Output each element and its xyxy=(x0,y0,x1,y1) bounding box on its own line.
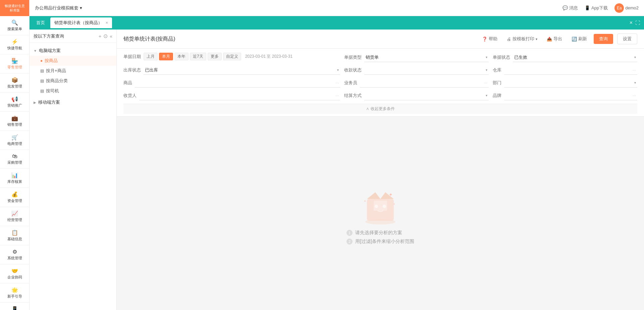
add-scheme-btn[interactable]: + xyxy=(99,34,101,39)
by-month-goods-icon: ▤ xyxy=(40,68,44,73)
dept-control[interactable]: ▾ xyxy=(504,78,637,88)
sidebar-item-system[interactable]: ⚙ 系统管理 xyxy=(0,245,29,264)
message-label: 消息 xyxy=(569,5,578,11)
sidebar-item-inventory[interactable]: 📊 库存核算 xyxy=(0,169,29,188)
date-btn-custom[interactable]: 自定义 xyxy=(223,53,241,60)
date-label: 单据日期 xyxy=(123,54,141,60)
scheme-title: 按以下方案查询 xyxy=(34,33,64,39)
template-print-label: 按模板打印 xyxy=(513,36,534,42)
doc-status-label: 单据状态 xyxy=(493,54,510,60)
sidebar-item-quicknav[interactable]: ⚡ 快捷导航 xyxy=(0,35,29,54)
user-info[interactable]: Ea demo2 xyxy=(614,3,639,13)
collapse-panel-btn[interactable]: « xyxy=(110,34,112,39)
receive-status-label: 收款状态 xyxy=(344,67,362,73)
app-download-btn[interactable]: 📱 App下载 xyxy=(585,5,608,11)
empty-hint-2: 2 用[过滤]条件来缩小分析范围 xyxy=(346,239,414,245)
brand-control[interactable]: ··· xyxy=(504,91,637,100)
doc-status-control[interactable]: 已生效 ▾ xyxy=(513,53,637,62)
tree-group-mobile-arrow: ▶ xyxy=(34,101,36,104)
tab-close-icon[interactable]: × xyxy=(106,20,108,25)
topbar-right: 💬 消息 📱 App下载 Ea demo2 xyxy=(562,3,639,13)
warehouse-dots-icon: ··· xyxy=(633,68,636,72)
salesperson-dots-icon: ··· xyxy=(484,81,487,85)
guide-icon: 🌟 xyxy=(11,287,18,293)
window-close-icon[interactable]: × xyxy=(630,20,633,26)
industry-name: 办公用品行业模拟账套 xyxy=(35,5,78,11)
goods-dots-icon: ··· xyxy=(335,81,339,85)
tree-item-by-goods[interactable]: ● 按商品 xyxy=(30,56,116,66)
template-print-arrow: ▾ xyxy=(536,37,537,41)
sidebar-item-enterprise[interactable]: 🤝 企业协同 xyxy=(0,264,29,283)
template-print-icon: 🖨 xyxy=(507,37,511,42)
help-btn[interactable]: ❓ 帮助 xyxy=(479,35,500,43)
date-btn-this-year[interactable]: 本年 xyxy=(174,53,189,60)
receive-status-control[interactable]: ▾ xyxy=(364,65,489,75)
page-actions: ❓ 帮助 🖨 按模板打印 ▾ 📤 导出 🔄 刷新 xyxy=(479,34,637,44)
doc-status-arrow-icon: ▾ xyxy=(634,55,636,59)
hint-text-2: 用[过滤]条件来缩小分析范围 xyxy=(355,239,414,245)
logo-area[interactable]: 畅捷通好生意 标准版 xyxy=(0,0,29,16)
industry-selector[interactable]: 办公用品行业模拟账套 ▾ xyxy=(35,5,82,11)
out-status-control[interactable]: 已出库 ▾ xyxy=(144,65,340,75)
left-panel: 按以下方案查询 + ⊙ « ▼ 电脑端方案 ● 按商品 xyxy=(30,30,117,310)
date-btn-this-month[interactable]: 本月 xyxy=(159,53,173,60)
sidebar-finance-label: 资金管理 xyxy=(7,198,22,203)
goods-control[interactable]: ··· xyxy=(135,78,340,88)
industry-arrow-icon: ▾ xyxy=(80,5,82,10)
sidebar-item-finance[interactable]: 💰 资金管理 xyxy=(0,188,29,207)
warehouse-control[interactable]: ··· xyxy=(504,65,637,75)
sidebar-item-appcenter[interactable]: 📱 应用中心 xyxy=(0,303,29,310)
message-btn[interactable]: 💬 消息 xyxy=(562,5,578,11)
tab-home[interactable]: 首页 xyxy=(32,17,49,28)
date-btn-more[interactable]: 更多 xyxy=(208,53,222,60)
tree-group-pc-header[interactable]: ▼ 电脑端方案 xyxy=(30,46,116,56)
sidebar-menu: 🔍 搜索菜单 ⚡ 快捷导航 🏪 零售管理 📦 批发管理 📢 营销推广 💼 销售管… xyxy=(0,16,29,310)
page-title: 销货单统计表(按商品) xyxy=(123,36,175,43)
doc-type-label: 单据类型 xyxy=(344,54,362,60)
app-download-icon: 📱 xyxy=(585,5,590,10)
sidebar-item-wholesale[interactable]: 📦 批发管理 xyxy=(0,73,29,93)
tree-group-mobile-header[interactable]: ▶ 移动端方案 xyxy=(30,97,116,107)
salesperson-control[interactable]: ··· xyxy=(360,78,489,88)
refresh-btn[interactable]: 🔄 刷新 xyxy=(569,35,590,43)
window-expand-icon[interactable]: ⛶ xyxy=(635,20,640,25)
sidebar-item-basic[interactable]: 📋 基础信息 xyxy=(0,226,29,245)
sidebar-item-sales[interactable]: 💼 销售管理 xyxy=(0,112,29,131)
receiver-control[interactable]: ··· xyxy=(139,91,340,100)
operations-icon: 📈 xyxy=(11,210,18,217)
sidebar-item-guide[interactable]: 🌟 新手引导 xyxy=(0,283,29,303)
tree-item-by-driver[interactable]: ▤ 按司机 xyxy=(30,86,116,96)
brand-dots-icon: ··· xyxy=(633,93,636,98)
by-driver-icon: ▤ xyxy=(40,89,44,93)
date-btn-last-month[interactable]: 上月 xyxy=(144,53,158,60)
content-wrapper: 按以下方案查询 + ⊙ « ▼ 电脑端方案 ● 按商品 xyxy=(30,30,644,310)
tree-item-by-category[interactable]: ▤ 按商品分类 xyxy=(30,76,116,86)
tree-item-by-category-label: 按商品分类 xyxy=(46,78,68,84)
date-btn-7days[interactable]: 近7天 xyxy=(190,53,206,60)
svg-text:✦: ✦ xyxy=(364,199,366,203)
doc-type-control[interactable]: 销货单 ▾ xyxy=(364,53,489,62)
tree-item-by-month-goods[interactable]: ▤ 按月+商品 xyxy=(30,66,116,76)
sidebar-item-retail[interactable]: 🏪 零售管理 xyxy=(0,54,29,73)
query-btn[interactable]: 查询 xyxy=(594,34,613,44)
sidebar-item-purchase[interactable]: 🛍 采购管理 xyxy=(0,150,29,169)
filter-row-3: 商品 ··· 业务员 ··· 部门 xyxy=(123,78,637,88)
collapse-bar[interactable]: ∧ 收起更多条件 xyxy=(123,104,637,114)
brand-label: 品牌 xyxy=(493,93,501,99)
template-print-btn[interactable]: 🖨 按模板打印 ▾ xyxy=(504,35,540,43)
export-btn[interactable]: 📤 导出 xyxy=(544,35,565,43)
by-category-icon: ▤ xyxy=(40,79,44,83)
payment-control[interactable]: ▾ xyxy=(364,91,489,100)
sidebar-item-ecommerce[interactable]: 🛒 电商管理 xyxy=(0,131,29,150)
settings-btn[interactable]: 设置 xyxy=(617,34,637,44)
main-area: 办公用品行业模拟账套 ▾ 💬 消息 📱 App下载 Ea demo2 首页 销货… xyxy=(30,0,644,310)
right-panel: 销货单统计表(按商品) ❓ 帮助 🖨 按模板打印 ▾ 📤 导出 xyxy=(117,30,644,310)
sidebar-item-operations[interactable]: 📈 经营管理 xyxy=(0,207,29,226)
page-header: 销货单统计表(按商品) ❓ 帮助 🖨 按模板打印 ▾ 📤 导出 xyxy=(117,30,644,49)
sidebar-purchase-label: 采购管理 xyxy=(7,160,22,165)
export-icon: 📤 xyxy=(547,37,552,42)
sidebar-item-marketing[interactable]: 📢 营销推广 xyxy=(0,93,29,112)
sidebar-item-search[interactable]: 🔍 搜索菜单 xyxy=(0,16,29,35)
tab-active[interactable]: 销货单统计表（按商品） × xyxy=(50,17,112,28)
settings-scheme-btn[interactable]: ⊙ xyxy=(103,33,108,39)
